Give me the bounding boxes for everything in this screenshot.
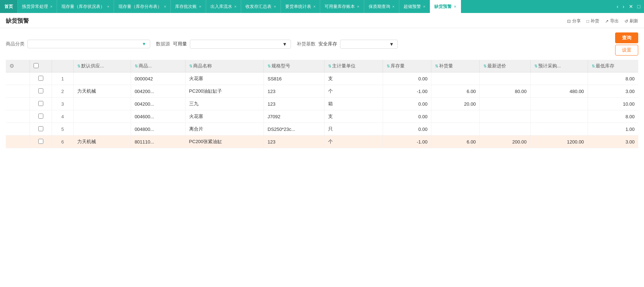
tab-demand-stats[interactable]: 要货单统计表×	[281, 0, 320, 13]
stock-qty-3: 0.00	[383, 98, 431, 110]
tab-label: 收发存汇总表	[245, 4, 271, 10]
export-button[interactable]: ↗ 导出	[605, 18, 619, 24]
spec-3: 123	[264, 98, 324, 110]
replenish-button[interactable]: □ 补货	[587, 18, 599, 24]
select-all-checkbox[interactable]	[34, 63, 39, 68]
min-stock-4: 8.00	[588, 110, 638, 123]
unit-3: 箱	[324, 98, 383, 110]
table-header-row: ⚙ ⇅默认供应... ⇅商品... ⇅商品名称	[6, 60, 638, 72]
tab-close-icon[interactable]: ×	[234, 4, 236, 9]
row-checkbox-1[interactable]	[38, 76, 43, 81]
product-code-5: 004800...	[131, 123, 185, 136]
tab-close-icon[interactable]: ×	[274, 4, 276, 9]
next-tab-btn[interactable]: ›	[621, 3, 627, 10]
row-num-4: 4	[52, 110, 73, 123]
supplier-sort-icon: ⇅	[77, 64, 80, 68]
header-actions: ⊡ 分享 □ 补货 ↗ 导出 ↺ 刷新	[567, 18, 638, 24]
column-stock-qty[interactable]: ⇅库存量	[383, 60, 431, 72]
prev-tab-btn[interactable]: ‹	[614, 3, 621, 10]
tab-close-icon[interactable]: ×	[107, 4, 109, 9]
tab-label: 可用量库存账本	[325, 4, 355, 10]
product-code-3: 004200...	[131, 98, 185, 110]
est-sort-icon: ⇅	[534, 64, 538, 68]
product-code-4: 004600...	[131, 110, 185, 123]
tab-close-icon[interactable]: ×	[313, 4, 316, 9]
column-min-stock[interactable]: ⇅最低库存	[588, 60, 638, 72]
close-window-btn[interactable]: ✕	[627, 3, 635, 10]
tab-label: 首页	[4, 4, 13, 10]
stock-qty-5: 0.00	[383, 123, 431, 136]
column-row-num	[52, 60, 73, 72]
row-checkbox-3[interactable]	[38, 101, 43, 106]
gear-icon[interactable]: ⚙	[9, 63, 14, 69]
gear-cell-6	[6, 136, 30, 148]
price-sort-icon: ⇅	[483, 64, 487, 68]
product-name-4: 火花塞	[185, 110, 264, 123]
replenish-basis-select[interactable]: ▼	[340, 40, 398, 49]
spec-4: J7092	[264, 110, 324, 123]
refresh-button[interactable]: ↺ 刷新	[625, 18, 638, 24]
estimated-purchase-4	[530, 110, 588, 123]
name-sort-icon: ⇅	[189, 64, 192, 68]
tab-label: 库存批次账	[175, 4, 197, 10]
column-replenish-qty[interactable]: ⇅补货量	[431, 60, 480, 72]
tab-label: 缺货预警	[434, 4, 452, 10]
tab-inout-flow[interactable]: 出入库流水×	[206, 0, 241, 13]
row-num-2: 2	[52, 85, 73, 98]
data-source-select[interactable]: ▼	[190, 40, 291, 49]
product-category-select[interactable]: ▼	[27, 40, 150, 48]
tab-shortage-warning[interactable]: 缺货预警×	[430, 0, 461, 13]
replenish-qty-1	[431, 72, 480, 85]
filter-bar: 商品分类 ▼ 数据源 可用量 ▼ 补货基数 安全库存 ▼	[0, 28, 644, 60]
tab-home[interactable]: 首页	[0, 0, 18, 13]
tab-exception[interactable]: 拣货异常处理×	[18, 0, 57, 13]
column-product-code[interactable]: ⇅商品...	[131, 60, 185, 72]
tab-close-icon[interactable]: ×	[199, 4, 201, 9]
tab-inventory-dist[interactable]: 现存量（库存分布表）×	[114, 0, 171, 13]
gear-cell-4	[6, 110, 30, 123]
query-button[interactable]: 查询	[615, 32, 638, 43]
tab-batch-account[interactable]: 库存批次账×	[171, 0, 206, 13]
tab-expiry-query[interactable]: 保质期查询×	[364, 0, 399, 13]
latest-price-4	[480, 110, 531, 123]
tab-available-ledger[interactable]: 可用量库存账本×	[320, 0, 364, 13]
column-product-name[interactable]: ⇅商品名称	[185, 60, 264, 72]
checkbox-cell-3	[30, 98, 52, 110]
tab-overstock-warning[interactable]: 超储预警×	[399, 0, 430, 13]
column-estimated-purchase[interactable]: ⇅预计采购...	[530, 60, 588, 72]
tab-inventory-status[interactable]: 现存量（库存状况表）×	[57, 0, 114, 13]
action-buttons: 查询 设置	[615, 32, 638, 56]
settings-button[interactable]: 设置	[615, 45, 638, 56]
replenish-sort-icon: ⇅	[435, 64, 438, 68]
tab-close-icon[interactable]: ×	[357, 4, 359, 9]
checkbox-cell-1	[30, 72, 52, 85]
gear-cell-3	[6, 98, 30, 110]
row-checkbox-6[interactable]	[38, 139, 43, 144]
tab-close-icon[interactable]: ×	[454, 4, 456, 9]
maximize-btn[interactable]: □	[635, 3, 643, 10]
data-source-label: 数据源	[156, 41, 170, 47]
tab-close-icon[interactable]: ×	[50, 4, 52, 9]
column-default-supplier[interactable]: ⇅默认供应...	[74, 60, 131, 72]
table-row: 4 004600... 火花塞 J7092 支 0.00 8.00	[6, 110, 638, 123]
tab-close-icon[interactable]: ×	[164, 4, 166, 9]
column-latest-price[interactable]: ⇅最新进价	[480, 60, 531, 72]
data-source-group: 数据源 可用量 ▼	[156, 40, 291, 49]
replenish-qty-4	[431, 110, 480, 123]
gear-cell-2	[6, 85, 30, 98]
replenish-icon: □	[587, 19, 589, 24]
stock-qty-1: 0.00	[383, 72, 431, 85]
tab-close-icon[interactable]: ×	[423, 4, 425, 9]
row-checkbox-5[interactable]	[38, 126, 43, 131]
row-checkbox-2[interactable]	[38, 88, 43, 93]
column-unit[interactable]: ⇅主计量单位	[324, 60, 383, 72]
share-button[interactable]: ⊡ 分享	[567, 18, 581, 24]
estimated-purchase-6: 1200.00	[530, 136, 588, 148]
replenish-basis-label: 补货基数	[297, 41, 316, 47]
stock-sort-icon: ⇅	[387, 64, 390, 68]
column-spec[interactable]: ⇅规格型号	[264, 60, 324, 72]
row-checkbox-4[interactable]	[38, 114, 43, 119]
product-code-2: 004200...	[131, 85, 185, 98]
tab-close-icon[interactable]: ×	[392, 4, 395, 9]
tab-collect-summary[interactable]: 收发存汇总表×	[241, 0, 280, 13]
